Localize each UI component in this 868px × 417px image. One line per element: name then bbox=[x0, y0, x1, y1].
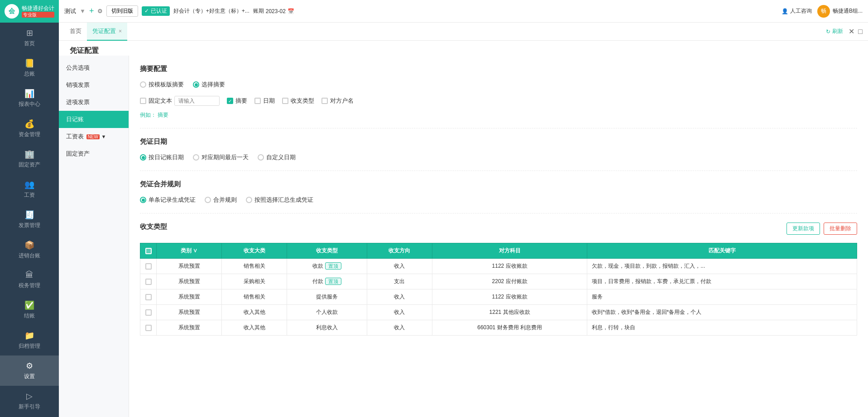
sidebar-item-purchase-sales[interactable]: 📦 进销台账 bbox=[0, 235, 59, 265]
sidebar-item-tax[interactable]: 🏛 税务管理 bbox=[0, 265, 59, 295]
topbar-add[interactable]: + bbox=[89, 6, 94, 16]
reports-icon: 📊 bbox=[24, 89, 34, 99]
sidebar-item-settings[interactable]: ⚙ 设置 bbox=[0, 355, 59, 386]
radio-period-circle bbox=[193, 154, 199, 161]
summary-radio-template[interactable]: 按模板版摘要 bbox=[140, 81, 184, 89]
table-header-type: 收支类型 bbox=[287, 243, 367, 259]
voucher-date-radio-group: 按日记账日期 对应期间最后一天 自定义日期 bbox=[140, 153, 857, 161]
user-profile[interactable]: 畅 畅捷通B组... bbox=[817, 5, 863, 18]
voucher-date-radio-journal[interactable]: 按日记账日期 bbox=[140, 153, 184, 161]
checkbox-type[interactable]: 收支类型 bbox=[282, 97, 314, 105]
table-row: 系统预置 销售相关 收款 置顶 收入 1122 应收账款 欠款，现金，项目款，到… bbox=[140, 259, 857, 274]
sidebar-item-settlement[interactable]: ✅ 结账 bbox=[0, 295, 59, 325]
row-checkbox-1[interactable] bbox=[140, 274, 157, 289]
arrow-icon: ▼ bbox=[101, 134, 106, 139]
switch-btn[interactable]: 切到旧版 bbox=[106, 5, 138, 17]
update-btn[interactable]: 更新款项 bbox=[786, 223, 820, 235]
sidebar-item-home[interactable]: ⊞ 首页 bbox=[0, 23, 59, 53]
payroll-icon: 👥 bbox=[24, 180, 34, 190]
row-checkbox-0[interactable] bbox=[140, 259, 157, 274]
checkbox-date-label: 日期 bbox=[263, 97, 275, 105]
topbar-arrow[interactable]: ▼ bbox=[80, 8, 86, 14]
sidebar-label-settlement: 结账 bbox=[24, 312, 35, 320]
sidebar-item-funds[interactable]: 💰 资金管理 bbox=[0, 114, 59, 144]
checkbox-date[interactable]: 日期 bbox=[254, 97, 275, 105]
sidebar-item-payroll[interactable]: 👥 工资 bbox=[0, 174, 59, 204]
summary-radio-select[interactable]: 选择摘要 bbox=[193, 81, 225, 89]
row-keywords-1: 项目，日常费用，报销款，车费，承兑汇票，付款 bbox=[587, 274, 857, 289]
row-checkbox-3[interactable] bbox=[140, 305, 157, 320]
fixed-text-input[interactable] bbox=[174, 96, 220, 106]
row-type-0: 收款 置顶 bbox=[287, 259, 367, 274]
maximize-window-btn[interactable]: □ bbox=[858, 28, 863, 36]
company-tags: 好会计（专）+好生意（标）+... bbox=[173, 7, 249, 15]
row-subject-3: 1221 其他应收款 bbox=[432, 305, 587, 320]
page-content: 公共选项销项发票进项发票日记账工资表 NEW ▼固定资产 摘要配置 按模板版摘要… bbox=[59, 56, 868, 417]
radio-merge-circle bbox=[205, 197, 211, 203]
funds-icon: 💰 bbox=[24, 119, 34, 129]
checkbox-type-box bbox=[282, 98, 288, 104]
sidebar-item-archive[interactable]: 📁 归档管理 bbox=[0, 325, 59, 355]
left-menu-item-fixed-assets[interactable]: 固定资产 bbox=[59, 145, 129, 162]
checkbox-summary[interactable]: ✓ 摘要 bbox=[227, 97, 247, 105]
sidebar-label-tax: 税务管理 bbox=[19, 282, 40, 289]
checkbox-counterpart[interactable]: 对方户名 bbox=[321, 97, 354, 105]
sidebar-item-fixed-assets[interactable]: 🏢 固定资产 bbox=[0, 144, 59, 174]
refresh-btn[interactable]: ↻ 刷新 bbox=[826, 28, 843, 35]
certified-badge: ✓ 已认证 bbox=[142, 6, 169, 16]
row-type-4: 利息收入 bbox=[287, 320, 367, 336]
sidebar-item-reports[interactable]: 📊 报表中心 bbox=[0, 83, 59, 114]
table-header-checkbox[interactable] bbox=[140, 243, 157, 259]
left-menu-label-sales-invoice: 销项发票 bbox=[66, 81, 90, 89]
tax-icon: 🏛 bbox=[25, 270, 34, 280]
checkbox-type-label: 收支类型 bbox=[291, 97, 314, 105]
calendar-icon[interactable]: 📅 bbox=[288, 8, 294, 14]
settlement-icon: ✅ bbox=[24, 300, 34, 310]
topbar-setting-icon[interactable]: ⚙ bbox=[97, 8, 103, 14]
left-menu-item-purchase-invoice[interactable]: 进项发票 bbox=[59, 94, 129, 111]
voucher-date-radio-custom[interactable]: 自定义日期 bbox=[258, 153, 296, 161]
table-row: 系统预置 采购相关 付款 置顶 支出 2202 应付账款 项目，日常费用，报销款… bbox=[140, 274, 857, 289]
table-row: 系统预置 收入其他 利息收入 收入 660301 财务费用 利息费用 利息，行转… bbox=[140, 320, 857, 336]
tab-close-icon[interactable]: × bbox=[119, 28, 122, 34]
window-controls: ✕ □ bbox=[849, 27, 863, 36]
voucher-date-radio-period[interactable]: 对应期间最后一天 bbox=[193, 153, 249, 161]
checkbox-summary-box: ✓ bbox=[227, 98, 233, 104]
archive-icon: 📁 bbox=[24, 331, 34, 341]
tag-top-1: 置顶 bbox=[325, 278, 341, 285]
topbar-right: 👤 人工咨询 畅 畅捷通B组... bbox=[782, 5, 863, 18]
sidebar-item-guide[interactable]: ▷ 新手引导 bbox=[0, 386, 59, 416]
sidebar-item-ledger[interactable]: 📒 总账 bbox=[0, 53, 59, 83]
row-category-2: 系统预置 bbox=[157, 289, 222, 305]
radio-template-circle bbox=[140, 81, 146, 88]
invoice-mgmt-icon: 🧾 bbox=[24, 210, 34, 220]
guide-icon: ▷ bbox=[26, 391, 33, 401]
left-menu-item-public[interactable]: 公共选项 bbox=[59, 59, 129, 76]
close-window-btn[interactable]: ✕ bbox=[849, 27, 854, 36]
tab-home[interactable]: 首页 bbox=[64, 23, 87, 41]
fixed-text-checkbox[interactable] bbox=[140, 98, 146, 104]
tab-voucher-config[interactable]: 凭证配置 × bbox=[87, 23, 127, 41]
merge-radio-single[interactable]: 单条记录生成凭证 bbox=[140, 196, 196, 204]
page-title: 凭证配置 bbox=[70, 46, 99, 56]
checkbox-date-box bbox=[254, 98, 261, 104]
sidebar-label-funds: 资金管理 bbox=[19, 131, 40, 138]
left-menu-label-purchase-invoice: 进项发票 bbox=[66, 98, 90, 106]
fixed-assets-icon: 🏢 bbox=[24, 149, 34, 159]
income-expense-table: 类别 ∨ 收支大类 收支类型 收支方向 对方科目 匹配关键字 系统预置 销售相关… bbox=[140, 243, 857, 336]
table-header-direction: 收支方向 bbox=[367, 243, 432, 259]
left-menu-item-journal[interactable]: 日记账 bbox=[59, 111, 129, 128]
sidebar-item-invoice-mgmt[interactable]: 🧾 发票管理 bbox=[0, 204, 59, 235]
left-menu-item-payroll[interactable]: 工资表 NEW ▼ bbox=[59, 128, 129, 145]
merge-radio-summary[interactable]: 按照选择汇总生成凭证 bbox=[246, 196, 313, 204]
sidebar-label-payroll: 工资 bbox=[24, 191, 35, 199]
batch-delete-btn[interactable]: 批量删除 bbox=[824, 223, 857, 235]
merge-radio-merge[interactable]: 合并规则 bbox=[205, 196, 237, 204]
consult-link[interactable]: 👤 人工咨询 bbox=[782, 7, 812, 15]
row-category-4: 系统预置 bbox=[157, 320, 222, 336]
row-type-1: 付款 置顶 bbox=[287, 274, 367, 289]
row-checkbox-2[interactable] bbox=[140, 289, 157, 305]
left-menu-item-sales-invoice[interactable]: 销项发票 bbox=[59, 76, 129, 94]
row-checkbox-4[interactable] bbox=[140, 320, 157, 336]
merge-rules-radio-group: 单条记录生成凭证 合并规则 按照选择汇总生成凭证 bbox=[140, 196, 857, 204]
